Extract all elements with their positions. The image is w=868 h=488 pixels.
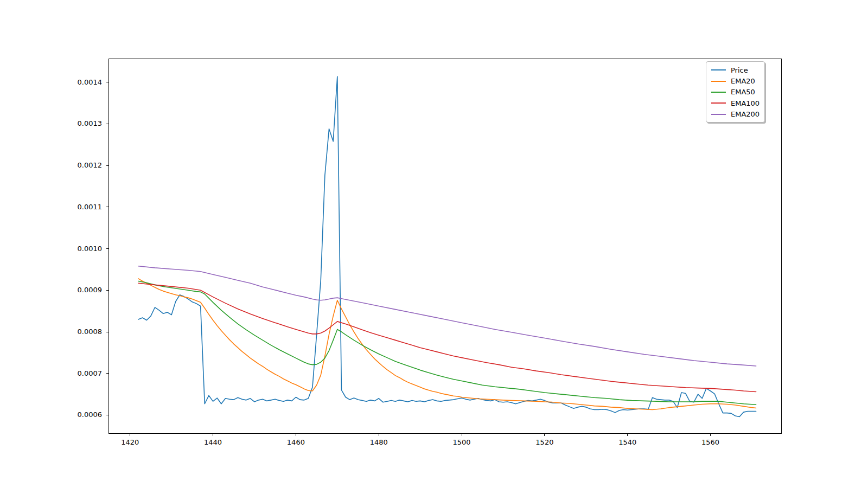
y-tick-label: 0.0012 xyxy=(64,161,102,170)
y-tick-mark xyxy=(106,290,108,291)
x-tick-mark xyxy=(296,434,296,436)
series-line-ema100 xyxy=(138,283,756,391)
x-tick-label: 1520 xyxy=(528,438,561,447)
legend-label-price: Price xyxy=(731,66,748,74)
y-tick-mark xyxy=(106,82,108,82)
y-tick-label: 0.0008 xyxy=(64,328,102,336)
legend-entry-ema200: EMA200 xyxy=(711,109,760,120)
ema100-line-sample-icon xyxy=(711,102,726,104)
ema20-line-sample-icon xyxy=(711,81,726,82)
y-tick-mark xyxy=(106,415,108,415)
legend-label-ema100: EMA100 xyxy=(731,99,760,107)
x-tick-label: 1480 xyxy=(362,438,395,447)
y-tick-mark xyxy=(106,165,108,166)
legend: Price EMA20 EMA50 EMA100 EMA200 xyxy=(706,61,765,123)
legend-label-ema50: EMA50 xyxy=(731,88,755,96)
ema200-line-sample-icon xyxy=(711,114,726,115)
y-tick-label: 0.0006 xyxy=(64,410,102,419)
x-tick-mark xyxy=(627,434,628,436)
legend-entry-ema20: EMA20 xyxy=(711,75,760,86)
legend-entry-price: Price xyxy=(711,65,760,75)
y-tick-label: 0.0011 xyxy=(64,203,102,211)
y-tick-label: 0.0014 xyxy=(64,78,102,87)
ema50-line-sample-icon xyxy=(711,92,726,93)
x-tick-mark xyxy=(130,434,130,436)
x-tick-mark xyxy=(544,434,545,436)
y-tick-label: 0.0010 xyxy=(64,245,102,253)
y-tick-label: 0.0009 xyxy=(64,286,102,294)
legend-label-ema200: EMA200 xyxy=(731,110,760,118)
x-tick-mark xyxy=(710,434,711,436)
series-line-ema20 xyxy=(138,279,756,410)
y-tick-mark xyxy=(106,373,108,374)
x-tick-mark xyxy=(379,434,379,436)
x-tick-label: 1500 xyxy=(445,438,478,447)
y-tick-mark xyxy=(106,248,108,249)
legend-entry-ema100: EMA100 xyxy=(711,98,760,108)
y-tick-mark xyxy=(106,332,108,332)
x-tick-label: 1560 xyxy=(694,438,727,447)
series-line-ema200 xyxy=(138,266,756,366)
x-tick-mark xyxy=(462,434,462,436)
x-tick-label: 1460 xyxy=(279,438,312,447)
chart-figure: 142014401460148015001520154015600.00060.… xyxy=(0,0,868,488)
y-tick-mark xyxy=(106,207,108,207)
legend-label-ema20: EMA20 xyxy=(731,77,755,85)
y-tick-label: 0.0013 xyxy=(64,119,102,128)
x-tick-label: 1420 xyxy=(114,438,146,447)
plot-lines-canvas xyxy=(108,59,782,434)
x-tick-label: 1540 xyxy=(611,438,644,447)
x-tick-label: 1440 xyxy=(197,438,229,447)
y-tick-mark xyxy=(106,124,108,124)
series-line-price xyxy=(138,76,756,417)
x-tick-mark xyxy=(213,434,213,436)
price-line-sample-icon xyxy=(711,69,726,70)
legend-entry-ema50: EMA50 xyxy=(711,87,760,98)
y-tick-label: 0.0007 xyxy=(64,369,102,378)
